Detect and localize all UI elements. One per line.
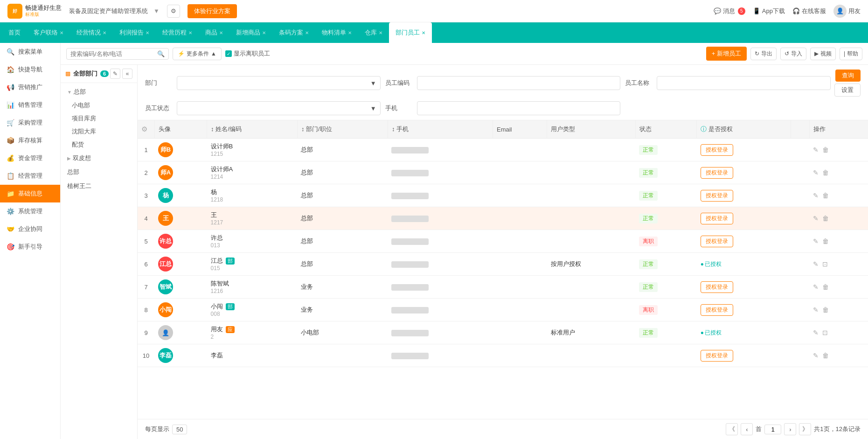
dept-item-project-room[interactable]: 项目库房 xyxy=(67,112,137,125)
dept-item-headquarters[interactable]: ▼ 总部 xyxy=(61,85,137,99)
edit-button[interactable]: ✎ xyxy=(813,215,819,222)
copy-button[interactable]: ⊡ xyxy=(822,329,828,336)
phone-input[interactable] xyxy=(417,101,621,115)
tab-goods[interactable]: 商品✕ xyxy=(199,22,229,43)
next-page-button[interactable]: › xyxy=(784,423,796,435)
edit-button[interactable]: ✎ xyxy=(813,306,819,314)
help-button[interactable]: | 帮助 xyxy=(840,48,862,60)
close-icon[interactable]: ✕ xyxy=(422,30,425,35)
auth-button[interactable]: 授权登录 xyxy=(701,167,733,179)
tab-bom[interactable]: 物料清单✕ xyxy=(315,22,358,43)
delete-button[interactable]: 🗑 xyxy=(822,306,829,314)
gear-button[interactable]: ⚙ xyxy=(167,5,180,18)
sidebar-item-search[interactable]: 🔍 搜索菜单 xyxy=(0,43,60,61)
close-icon[interactable]: ✕ xyxy=(379,30,382,35)
sidebar-item-marketing[interactable]: 📢 营销推广 xyxy=(0,78,60,96)
tab-profit[interactable]: 利润报告✕ xyxy=(113,22,156,43)
dept-filter-select[interactable]: ▼ xyxy=(177,76,381,90)
edit-button[interactable]: ✎ xyxy=(813,169,819,176)
auth-button[interactable]: 授权登录 xyxy=(701,190,733,202)
tab-barcode[interactable]: 条码方案✕ xyxy=(272,22,315,43)
dept-edit-button[interactable]: ✎ xyxy=(110,69,120,79)
page-number-input[interactable] xyxy=(764,425,781,434)
auth-button[interactable]: 授权登录 xyxy=(701,236,733,247)
prev-page-button[interactable]: ‹ xyxy=(741,423,753,435)
close-icon[interactable]: ✕ xyxy=(103,30,106,35)
import-button[interactable]: ↺ 导入 xyxy=(780,48,806,60)
tab-add-goods[interactable]: 新增商品✕ xyxy=(229,22,272,43)
online-service-button[interactable]: 🎧 在线客服 xyxy=(792,7,826,15)
export-button[interactable]: ↻ 导出 xyxy=(750,48,777,60)
delete-button[interactable]: 🗑 xyxy=(822,352,829,359)
close-icon[interactable]: ✕ xyxy=(60,30,63,35)
auth-button[interactable]: 授权登录 xyxy=(701,304,733,316)
th-name[interactable]: ↕ 姓名/编码 xyxy=(207,120,298,139)
sidebar-item-nav[interactable]: 🏠 快捷导航 xyxy=(0,61,60,78)
edit-button[interactable]: ✎ xyxy=(813,146,819,153)
sidebar-item-finance[interactable]: 💰 资金管理 xyxy=(0,149,60,167)
copy-button[interactable]: ⊡ xyxy=(822,260,828,268)
edit-button[interactable]: ✎ xyxy=(813,329,819,336)
tab-home[interactable]: 首页 xyxy=(2,22,27,43)
page-size-value[interactable]: 50 xyxy=(172,425,187,434)
edit-button[interactable]: ✎ xyxy=(813,283,819,291)
dept-item-hq2[interactable]: 总部 xyxy=(61,165,137,179)
auth-button[interactable]: 授权登录 xyxy=(701,281,733,293)
app-download-button[interactable]: 📱 App下载 xyxy=(753,7,785,15)
delete-button[interactable]: 🗑 xyxy=(822,215,829,222)
th-phone[interactable]: ↕ 手机 xyxy=(388,120,493,139)
set-button[interactable]: 设置 xyxy=(834,84,861,97)
sidebar-item-basic[interactable]: 📁 基础信息 xyxy=(0,185,60,202)
close-icon[interactable]: ✕ xyxy=(146,30,149,35)
search-input[interactable] xyxy=(70,50,155,57)
add-employee-button[interactable]: + 新增员工 xyxy=(706,47,747,61)
close-icon[interactable]: ✕ xyxy=(188,30,192,35)
close-icon[interactable]: ✕ xyxy=(262,30,266,35)
status-filter-select[interactable]: ▼ xyxy=(177,101,381,115)
video-button[interactable]: ▶ 视频 xyxy=(810,48,836,60)
th-settings[interactable]: ⚙ xyxy=(138,120,154,139)
tab-customers[interactable]: 客户联络✕ xyxy=(27,22,70,43)
auth-button[interactable]: 授权登录 xyxy=(701,350,733,362)
dept-item-shenyang[interactable]: 沈阳大库 xyxy=(67,125,137,138)
dept-item-zhushu[interactable]: 植树王二 xyxy=(61,179,137,193)
dept-collapse-button[interactable]: « xyxy=(122,69,132,79)
sidebar-item-guide[interactable]: 🎯 新手引导 xyxy=(0,238,60,256)
tab-warehouse[interactable]: 仓库✕ xyxy=(358,22,389,43)
last-page-button[interactable]: 》 xyxy=(799,423,811,435)
edit-button[interactable]: ✎ xyxy=(813,237,819,245)
query-button[interactable]: 查询 xyxy=(835,70,861,82)
th-dept[interactable]: ↕ 部门/职位 xyxy=(297,120,388,139)
auth-button[interactable]: 授权登录 xyxy=(701,213,733,224)
dept-item-double[interactable]: ▶ 双皮想 xyxy=(61,151,137,165)
sidebar-item-inventory[interactable]: 📦 库存核算 xyxy=(0,132,60,149)
tab-employees[interactable]: 部门员工✕ xyxy=(389,22,432,43)
sidebar-item-system[interactable]: ⚙️ 系统管理 xyxy=(0,202,60,220)
sys-dropdown-icon[interactable]: ▼ xyxy=(153,7,160,14)
delete-button[interactable]: 🗑 xyxy=(822,192,829,199)
delete-button[interactable]: 🗑 xyxy=(822,146,829,153)
delete-button[interactable]: 🗑 xyxy=(822,169,829,176)
sidebar-item-collab[interactable]: 🤝 企业协同 xyxy=(0,220,60,238)
sidebar-item-sales[interactable]: 📊 销售管理 xyxy=(0,96,60,114)
edit-button[interactable]: ✎ xyxy=(813,192,819,199)
message-button[interactable]: 💬 消息 5 xyxy=(714,7,745,15)
trial-button[interactable]: 体验行业方案 xyxy=(187,4,237,18)
user-menu[interactable]: 👤 用友 xyxy=(833,5,861,18)
emp-name-input[interactable] xyxy=(657,76,831,90)
close-icon[interactable]: ✕ xyxy=(305,30,309,35)
delete-button[interactable]: 🗑 xyxy=(822,237,829,245)
search-input-wrap[interactable]: 🔍 xyxy=(66,48,169,60)
tab-operations[interactable]: 经营情况✕ xyxy=(70,22,113,43)
dept-item-small-elec[interactable]: 小电部 xyxy=(67,99,137,112)
edit-button[interactable]: ✎ xyxy=(813,352,819,359)
close-icon[interactable]: ✕ xyxy=(348,30,352,35)
first-page-button[interactable]: 《 xyxy=(726,423,738,435)
dept-item-distribution[interactable]: 配货 xyxy=(67,138,137,151)
close-icon[interactable]: ✕ xyxy=(219,30,223,35)
tab-history[interactable]: 经营历程✕ xyxy=(156,22,199,43)
auth-button[interactable]: 授权登录 xyxy=(701,144,733,156)
edit-button[interactable]: ✎ xyxy=(813,260,819,268)
more-filter-button[interactable]: ⚡ 更多条件 ▲ xyxy=(173,48,222,60)
show-resigned-checkbox[interactable]: ✓ 显示离职员工 xyxy=(225,49,270,58)
